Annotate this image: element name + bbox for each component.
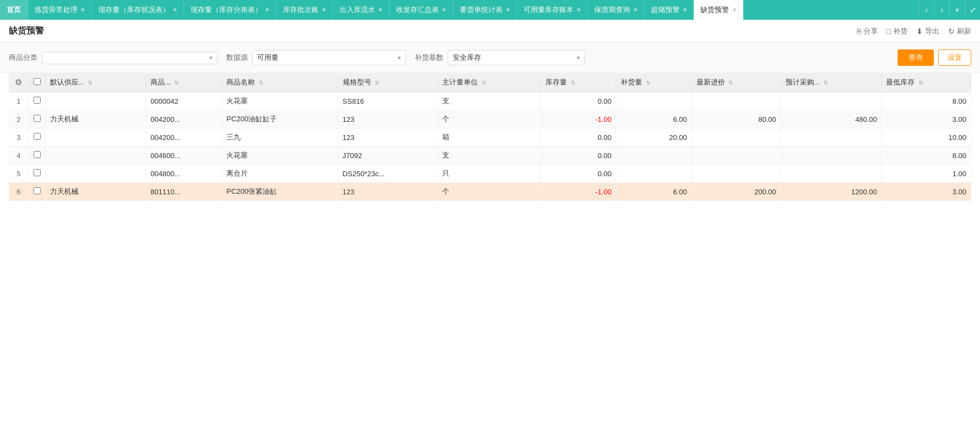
row-num: 3 bbox=[9, 128, 29, 147]
tab-home[interactable]: 首页 bbox=[0, 0, 28, 20]
cell-latest-price bbox=[692, 128, 781, 147]
th-unit-label: 主计量单位 bbox=[442, 78, 478, 86]
th-gear: ⚙ bbox=[9, 73, 29, 92]
tab-close-shortage[interactable]: × bbox=[732, 7, 736, 13]
cell-unit: 个 bbox=[438, 183, 541, 201]
row-checkbox[interactable] bbox=[34, 169, 41, 176]
th-supplier-label: 默认供应... bbox=[50, 78, 85, 86]
tab-inventory-status[interactable]: 现存量（库存状况表） × bbox=[92, 0, 184, 20]
spec-sort-icon: ⇅ bbox=[375, 80, 379, 86]
tab-prev-btn[interactable]: ‹ bbox=[918, 0, 934, 20]
cell-replenish-qty: 6.00 bbox=[616, 183, 692, 201]
th-est-purchase-label: 预计采购... bbox=[786, 78, 820, 86]
tab-order-stats[interactable]: 要货单统计表 × bbox=[453, 0, 517, 20]
replenish-basis-select[interactable]: 安全库存 ▾ bbox=[448, 50, 585, 65]
th-product-code-label: 商品... bbox=[151, 78, 171, 86]
tab-close-abnormal[interactable]: × bbox=[81, 7, 85, 13]
tab-close-avail-ledger[interactable]: × bbox=[577, 7, 581, 13]
row-num: 4 bbox=[9, 147, 29, 165]
cell-unit: 支 bbox=[438, 92, 541, 110]
th-est-purchase[interactable]: 预计采购... ⇅ bbox=[781, 73, 882, 92]
row-checkbox[interactable] bbox=[34, 133, 41, 140]
cell-est-purchase: 1200.00 bbox=[781, 183, 882, 201]
th-unit[interactable]: 主计量单位 ⇅ bbox=[438, 73, 541, 92]
tab-label-inventory-status: 现存量（库存状况表） bbox=[98, 5, 170, 15]
tab-avail-ledger[interactable]: 可用量库存账本 × bbox=[517, 0, 588, 20]
tab-inventory-dist[interactable]: 现存量（库存分布表） × bbox=[184, 0, 276, 20]
cell-min-stock: 8.00 bbox=[882, 92, 971, 110]
category-select[interactable]: ▾ bbox=[42, 52, 218, 64]
cell-latest-price: 200.00 bbox=[692, 183, 781, 201]
tab-label-shortage: 缺货预警 bbox=[700, 5, 729, 15]
cell-est-purchase bbox=[781, 92, 882, 110]
settings-button[interactable]: 设置 bbox=[938, 49, 971, 66]
tab-close-order-stats[interactable]: × bbox=[506, 7, 510, 13]
th-latest-price[interactable]: 最新进价 ⇅ bbox=[692, 73, 781, 92]
cell-product-name: 离合片 bbox=[222, 165, 338, 183]
row-checkbox[interactable] bbox=[34, 115, 41, 122]
tab-close-inventory-dist[interactable]: × bbox=[265, 7, 269, 13]
est-purchase-sort-icon: ⇅ bbox=[823, 80, 828, 86]
replenish-qty-sort-icon: ⇅ bbox=[646, 80, 650, 86]
th-stock[interactable]: 库存量 ⇅ bbox=[541, 73, 616, 92]
export-label: 导出 bbox=[925, 26, 939, 36]
row-checkbox[interactable] bbox=[34, 187, 41, 194]
tab-abnormal[interactable]: 拣货异常处理 × bbox=[28, 0, 92, 20]
cell-product-code: 004200... bbox=[146, 110, 222, 128]
cell-product-name: PC200张紧油缸 bbox=[222, 183, 338, 201]
share-action[interactable]: ⎘ 分享 bbox=[857, 26, 878, 36]
cell-min-stock: 1.00 bbox=[882, 165, 971, 183]
tab-close-inout-flow[interactable]: × bbox=[378, 7, 382, 13]
th-product-code[interactable]: 商品... ⇅ bbox=[146, 73, 222, 92]
filter-actions: 查询 设置 bbox=[898, 49, 971, 66]
table-row: 3004200...三九123箱0.0020.0010.00 bbox=[9, 128, 971, 147]
row-checkbox[interactable] bbox=[34, 97, 41, 104]
cell-min-stock: 3.00 bbox=[882, 110, 971, 128]
tab-close-overstock[interactable]: × bbox=[683, 7, 687, 13]
cell-unit: 个 bbox=[438, 110, 541, 128]
category-filter-group: 商品分类 ▾ bbox=[9, 52, 218, 64]
cell-est-purchase bbox=[781, 147, 882, 165]
tab-close-batch-account[interactable]: × bbox=[322, 7, 326, 13]
tab-fullscreen-btn[interactable]: ⤢ bbox=[965, 0, 980, 20]
tab-collect-summary[interactable]: 收发存汇总表 × bbox=[389, 0, 453, 20]
tab-close-all-btn[interactable]: × bbox=[949, 0, 965, 20]
table-row: 2力天机械004200...PC200油缸缸子123个-1.006.0080.0… bbox=[9, 110, 971, 128]
select-all-checkbox[interactable] bbox=[34, 78, 41, 85]
filter-area: 商品分类 ▾ 数据源 可用量 ▾ 补货基数 安全库存 ▾ 查询 设置 bbox=[0, 43, 980, 73]
tab-inout-flow[interactable]: 出入库流水 × bbox=[333, 0, 389, 20]
th-spec[interactable]: 规格型号 ⇅ bbox=[338, 73, 438, 92]
tab-bar: 首页拣货异常处理 ×现存量（库存状况表） ×现存量（库存分布表） ×库存批次账 … bbox=[0, 0, 980, 20]
refresh-icon: ↻ bbox=[948, 27, 955, 36]
th-min-stock[interactable]: 最低库存 ⇅ bbox=[882, 73, 971, 92]
tab-overstock[interactable]: 超储预警 × bbox=[644, 0, 694, 20]
cell-product-name: PC200油缸缸子 bbox=[222, 110, 338, 128]
tab-close-expire-query[interactable]: × bbox=[633, 7, 637, 13]
export-action[interactable]: ⬇ 导出 bbox=[916, 26, 939, 36]
tab-close-inventory-status[interactable]: × bbox=[173, 7, 177, 13]
replenish-basis-label: 补货基数 bbox=[415, 53, 443, 63]
datasource-select-text: 可用量 bbox=[257, 53, 393, 63]
gear-settings-btn[interactable]: ⚙ bbox=[15, 77, 22, 87]
th-supplier[interactable]: 默认供应... ⇅ bbox=[45, 73, 146, 92]
datasource-select[interactable]: 可用量 ▾ bbox=[252, 50, 406, 65]
th-product-name[interactable]: 商品名称 ⇅ bbox=[222, 73, 338, 92]
tab-shortage[interactable]: 缺货预警 × bbox=[694, 0, 743, 20]
tab-expire-query[interactable]: 保质期查询 × bbox=[588, 0, 644, 20]
tab-next-btn[interactable]: › bbox=[934, 0, 949, 20]
cell-product-code: 004800... bbox=[146, 165, 222, 183]
refresh-action[interactable]: ↻ 刷新 bbox=[948, 26, 971, 36]
refresh-label: 刷新 bbox=[957, 26, 971, 36]
datasource-dropdown-icon: ▾ bbox=[398, 54, 401, 61]
cell-stock: 0.00 bbox=[541, 128, 616, 147]
product-name-sort-icon: ⇅ bbox=[259, 80, 263, 86]
row-checkbox[interactable] bbox=[34, 151, 41, 158]
datasource-filter-group: 数据源 可用量 ▾ bbox=[226, 50, 406, 65]
query-button[interactable]: 查询 bbox=[898, 49, 934, 66]
tab-batch-account[interactable]: 库存批次账 × bbox=[276, 0, 333, 20]
replenish-action[interactable]: □ 补货 bbox=[887, 26, 907, 36]
cell-supplier bbox=[45, 92, 146, 110]
th-replenish-qty[interactable]: 补货量 ⇅ bbox=[616, 73, 692, 92]
tab-close-collect-summary[interactable]: × bbox=[442, 7, 446, 13]
table-row: 10000042火花塞SS816支0.008.00 bbox=[9, 92, 971, 110]
